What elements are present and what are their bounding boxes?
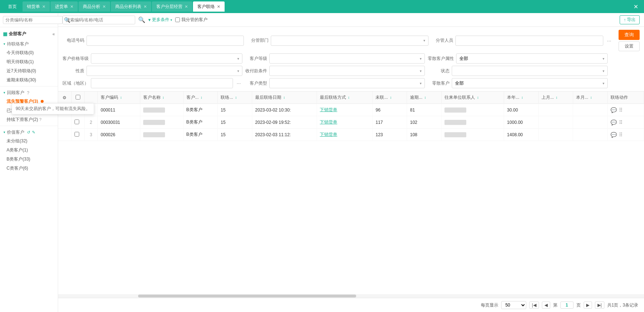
filter-payment-select[interactable]: ▾ (269, 66, 425, 76)
table-header-unit-contact[interactable]: 往来单位联系人 ↕ (442, 92, 504, 104)
filter-status-select[interactable]: ▾ (452, 66, 608, 76)
sidebar-item-churn-decline[interactable]: 持续下滑客户(2) ? (0, 115, 58, 124)
sidebar-item-7days[interactable]: 近7天待联络(0) (0, 66, 58, 76)
action-chat-icon-1[interactable]: 💬 (611, 119, 617, 125)
filter-price-tier-select[interactable]: ▾ (91, 53, 242, 64)
table-header-name[interactable]: 客户名称 ↕ (140, 92, 183, 104)
table-header-last-month[interactable]: 上月... ↕ (538, 92, 573, 104)
filter-phone-input[interactable] (86, 36, 244, 46)
horizontal-scrollbar[interactable] (58, 294, 644, 298)
sidebar-collapse-btn[interactable]: « (52, 32, 55, 37)
filter-search-button[interactable]: 🔍 (138, 16, 145, 23)
tab-analysis-list-close[interactable]: ✕ (144, 4, 147, 9)
action-chat-icon-2[interactable]: 💬 (611, 132, 617, 138)
filter-customer-type: 客户类型 ▾ (245, 78, 425, 88)
row-last-method-2[interactable]: 下销货单 (317, 129, 373, 141)
manager-dots-button[interactable]: ··· (605, 38, 613, 44)
row-checkbox-2[interactable] (71, 129, 84, 141)
chevron-down-icon-dept: ▾ (423, 39, 425, 42)
tab-customer-tier-close[interactable]: ✕ (185, 4, 188, 9)
row-checkbox-input-2[interactable] (75, 132, 79, 137)
filter-status: 状态 ▾ (428, 66, 608, 76)
export-button[interactable]: ↑ 导出 (620, 15, 640, 24)
row-no-contact-1: 117 (373, 116, 407, 129)
table-header-this-year[interactable]: 本年... ↕ (504, 92, 539, 104)
my-customers-checkbox-label[interactable]: 我分管的客户 (175, 17, 208, 23)
region-dots-button[interactable]: ··· (235, 80, 242, 86)
tab-customer-tier[interactable]: 客户分层经营 ✕ (152, 1, 192, 12)
filter-retail-customer-select[interactable]: 全部 ▾ (452, 78, 608, 88)
row-code-1: 00030031 (98, 116, 140, 129)
sidebar-section-value[interactable]: ▼ 价值客户 ↺ ✎ (0, 127, 58, 137)
tab-customer-contact-close[interactable]: ✕ (217, 4, 220, 9)
tab-purchase-close[interactable]: ✕ (70, 4, 73, 9)
table-header-last-date[interactable]: 最后联络日期 ↕ (252, 92, 317, 104)
filter-dept-select[interactable]: ▾ (271, 36, 428, 46)
table-header-no-contact[interactable]: 未联... ↕ (373, 92, 407, 104)
action-chat-icon-0[interactable]: 💬 (611, 107, 617, 113)
chevron-down-icon: ▾ (170, 18, 172, 22)
table-header-gear[interactable]: ⚙ (58, 92, 71, 104)
tab-home[interactable]: 首页 (3, 1, 22, 12)
sidebar-item-b-class[interactable]: B类客户(33) (0, 155, 58, 164)
table-header-overdue[interactable]: 逾期... ↕ (407, 92, 442, 104)
tab-analysis-list[interactable]: 商品分析列表 ✕ (111, 1, 151, 12)
table-header-last-method[interactable]: 最后联络方式 ↕ (317, 92, 373, 104)
row-no-contact-0: 96 (373, 104, 407, 116)
sidebar-search-icon[interactable]: 🔍 (64, 17, 70, 23)
prev-page-button[interactable]: ◀ (542, 301, 550, 309)
filter-manager-select[interactable] (455, 36, 604, 46)
sidebar-item-c-class[interactable]: C类客户(6) (0, 164, 58, 173)
filter-more-button[interactable]: ▾ 更多条件 ▾ (148, 17, 172, 23)
sidebar-content: ▦ 全部客户 « ▼ 待联络客户 今天待联络(0) 明天待联络(1) 近7天待联… (0, 27, 58, 312)
filter-nature-select[interactable]: ▾ (86, 66, 242, 76)
filter-region-select[interactable] (91, 78, 233, 88)
table-header-checkbox[interactable] (71, 92, 84, 104)
tab-analysis-close[interactable]: ✕ (102, 4, 106, 9)
sidebar-item-today[interactable]: 今天待联络(0) (0, 48, 58, 57)
tab-sales[interactable]: 销货单 ✕ (23, 1, 50, 12)
next-page-button[interactable]: ▶ (584, 301, 592, 309)
filter-retail-attr-select[interactable]: 全部 ▾ (456, 53, 608, 64)
app-close-button[interactable]: ✕ (631, 3, 641, 10)
table-header-contact[interactable]: 联络... ↕ (218, 92, 252, 104)
first-page-button[interactable]: |◀ (529, 301, 539, 309)
table-header-type[interactable]: 客户... ↕ (183, 92, 218, 104)
action-more-icon-2[interactable]: ⠿ (619, 132, 623, 138)
tab-customer-contact[interactable]: 客户联络 ✕ (193, 1, 225, 12)
filter-search-input[interactable] (63, 16, 135, 24)
page-input[interactable] (560, 301, 573, 309)
scrollbar-thumb[interactable] (138, 295, 356, 297)
query-button[interactable]: 查询 (619, 30, 640, 40)
value-edit-icon[interactable]: ✎ (32, 130, 35, 135)
tab-sales-close[interactable]: ✕ (42, 4, 45, 9)
row-last-method-1[interactable]: 下销货单 (317, 116, 373, 129)
churn-info-icon[interactable]: ? (27, 90, 29, 96)
per-page-select[interactable]: 50 100 200 (501, 301, 526, 309)
row-checkbox-input-1[interactable] (75, 119, 79, 124)
row-checkbox-1[interactable] (71, 116, 84, 129)
sidebar-section-churn[interactable]: ▼ 回顾客户 ? (0, 88, 58, 97)
sidebar-all-customers[interactable]: ▦ 全部客户 « (0, 29, 58, 39)
last-page-button[interactable]: ▶| (595, 301, 604, 309)
table-header-code[interactable]: 客户编码 ↕ (98, 92, 140, 104)
sidebar-section-pending[interactable]: ▼ 待联络客户 (0, 39, 58, 48)
tab-analysis[interactable]: 商品分析 ✕ (79, 1, 110, 12)
table-header-this-month[interactable]: 本月... ↕ (573, 92, 607, 104)
sidebar-item-tomorrow[interactable]: 明天待联络(1) (0, 57, 58, 66)
action-more-icon-0[interactable]: ⠿ (619, 107, 623, 113)
filter-customer-tier-select[interactable]: ▾ (269, 53, 425, 64)
value-refresh-icon[interactable]: ↺ (27, 130, 30, 135)
row-last-method-0[interactable]: 下销货单 (317, 104, 373, 116)
sidebar-item-a-class[interactable]: A类客户(1) (0, 146, 58, 155)
action-more-icon-1[interactable]: ⠿ (619, 119, 623, 125)
filter-customer-type-select[interactable]: ▾ (269, 78, 425, 88)
select-all-checkbox[interactable] (76, 95, 80, 100)
settings-button[interactable]: 设置 (619, 41, 640, 51)
sidebar-search-input[interactable] (3, 16, 63, 24)
filter-retail-customer: 零散客户 全部 ▾ (428, 78, 608, 88)
sidebar-item-overdue[interactable]: 逾期未联络(30) (0, 76, 58, 85)
sidebar-item-ungroup[interactable]: 未分组(32) (0, 137, 58, 146)
tab-purchase[interactable]: 进货单 ✕ (51, 1, 78, 12)
my-customers-checkbox[interactable] (175, 17, 180, 22)
